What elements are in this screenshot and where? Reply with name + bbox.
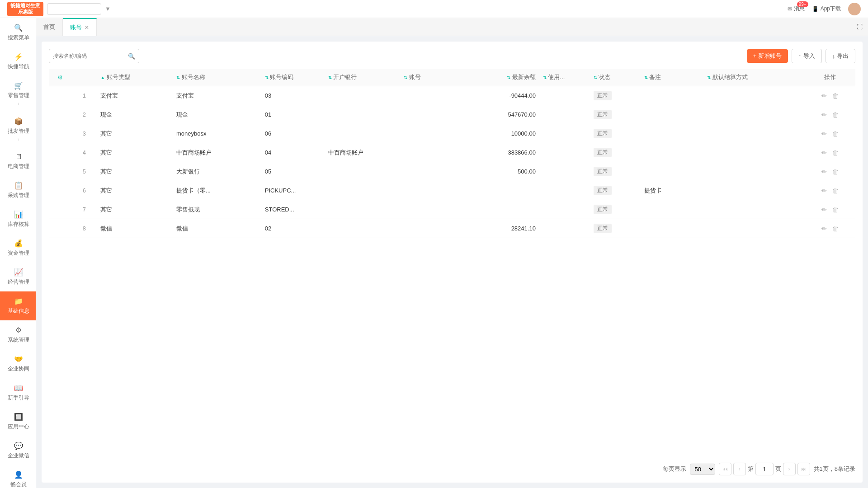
row-index: 5 [71,162,97,181]
row-operation: ✏ 🗑 [805,200,855,219]
edit-button[interactable]: ✏ [821,149,827,156]
topbar-search-input[interactable] [47,3,101,15]
toolbar-right: + 新增账号 ↑ 导入 ↓ 导出 [747,49,855,63]
sidebar-item-beginner-guide[interactable]: 📖 新手引导 [0,378,36,407]
row-code: 02 [261,219,325,238]
delete-button[interactable]: 🗑 [832,225,839,232]
logo-text: 畅捷通对生意 乐惠版 [10,3,40,14]
row-remark: 提货卡 [641,181,704,200]
edit-button[interactable]: ✏ [821,206,827,213]
edit-button[interactable]: ✏ [821,225,827,232]
row-remark [641,162,704,181]
gear-icon[interactable]: ⚙ [57,74,63,81]
col-header-name[interactable]: ⇅ 账号名称 [173,69,261,86]
col-header-account[interactable]: ⇅ 账号 [400,69,463,86]
import-button[interactable]: ↑ 导入 [792,49,822,63]
search-input[interactable] [49,53,124,59]
sidebar-item-label: 系统管理 [8,336,29,344]
col-header-code[interactable]: ⇅ 账号编码 [261,69,325,86]
delete-button[interactable]: 🗑 [832,92,839,99]
col-header-use[interactable]: ⇅ 使用... [539,69,590,86]
row-type: 其它 [97,200,173,219]
edit-button[interactable]: ✏ [821,92,827,99]
row-gear [49,181,71,200]
table-row: 1 支付宝 支付宝 03 -90444.00 正常 ✏ 🗑 [49,86,855,105]
row-default-settle [703,219,805,238]
col-header-status[interactable]: ⇅ 状态 [590,69,641,86]
col-header-default-settle[interactable]: ⇅ 默认结算方式 [703,69,805,86]
row-account [400,86,463,105]
export-button[interactable]: ↓ 导出 [826,49,856,63]
sidebar-item-label: 资金管理 [8,249,29,257]
sidebar-item-wholesale-mgmt[interactable]: 📦 批发管理 › [0,112,36,147]
row-default-settle [703,143,805,162]
tab-expand-button[interactable]: ⛶ [851,23,868,30]
edit-button[interactable]: ✏ [821,187,827,194]
sidebar-item-retail-mgmt[interactable]: 🛒 零售管理 › [0,76,36,112]
user-avatar[interactable] [848,3,861,15]
search-menu-icon: 🔍 [14,23,23,32]
edit-button[interactable]: ✏ [821,130,827,137]
col-header-balance[interactable]: ⇅ 最新余额 [463,69,539,86]
col-header-remark[interactable]: ⇅ 备注 [641,69,704,86]
sidebar-item-basic-info[interactable]: 📁 基础信息 [0,291,36,320]
delete-button[interactable]: 🗑 [832,149,839,156]
last-page-button[interactable]: ⏭ [797,463,810,475]
first-page-button[interactable]: ⏮ [719,463,731,475]
row-default-settle [703,162,805,181]
basic-info-icon: 📁 [14,297,23,305]
sort-icon: ⇅ [404,75,407,80]
topbar-dropdown-icon[interactable]: ▼ [105,5,111,12]
sidebar-item-operation-mgmt[interactable]: 📈 经营管理 [0,263,36,291]
sidebar-item-system-mgmt[interactable]: ⚙ 系统管理 [0,320,36,349]
delete-button[interactable]: 🗑 [832,206,839,213]
row-balance [463,181,539,200]
sidebar-item-purchase-mgmt[interactable]: 📋 采购管理 [0,176,36,205]
sidebar-item-member[interactable]: 👤 畅会员 [0,465,36,488]
sidebar-item-label: 搜索菜单 [8,34,29,42]
edit-button[interactable]: ✏ [821,168,827,175]
row-account [400,105,463,124]
sidebar-item-inventory[interactable]: 📊 库存核算 [0,205,36,234]
sidebar-item-enterprise-wechat[interactable]: 💬 企业微信 [0,436,36,465]
messages-button[interactable]: ✉ 消息 99+ [788,5,805,13]
app-download-button[interactable]: 📱 App下载 [812,5,841,13]
app-center-icon: 🔲 [14,413,23,421]
sidebar-item-label: 快捷导航 [8,63,29,70]
page-input[interactable] [755,463,774,475]
edit-button[interactable]: ✏ [821,111,827,118]
row-index: 7 [71,200,97,219]
col-header-type[interactable]: ▲ 账号类型 [97,69,173,86]
row-use [539,124,590,143]
import-icon: ↑ [798,53,802,60]
sidebar-item-label: 采购管理 [8,192,29,199]
delete-button[interactable]: 🗑 [832,111,839,118]
row-use [539,86,590,105]
table-row: 8 微信 微信 02 28241.10 正常 ✏ 🗑 [49,219,855,238]
sidebar-item-app-center[interactable]: 🔲 应用中心 [0,407,36,436]
add-account-button[interactable]: + 新增账号 [747,49,788,63]
table-row: 2 现金 现金 01 547670.00 正常 ✏ 🗑 [49,105,855,124]
prev-page-button[interactable]: ‹ [733,463,746,475]
tab-home[interactable]: 首页 [36,18,63,36]
sidebar-item-ecommerce-mgmt[interactable]: 🖥 电商管理 [0,147,36,176]
sidebar-item-label: 经营管理 [8,278,29,286]
sidebar-item-enterprise-agreement[interactable]: 🤝 企业协同 [0,349,36,378]
delete-button[interactable]: 🗑 [832,130,839,137]
delete-button[interactable]: 🗑 [832,187,839,194]
page-suffix: 页 [775,465,781,473]
col-header-bank[interactable]: ⇅ 开户银行 [325,69,401,86]
sidebar-item-quick-nav[interactable]: ⚡ 快捷导航 [0,47,36,76]
per-page-select[interactable]: 50 100 200 [690,464,715,475]
row-account [400,200,463,219]
search-icon[interactable]: 🔍 [124,53,139,60]
sort-icon: ⇅ [265,75,269,80]
delete-button[interactable]: 🗑 [832,168,839,175]
tab-close-button[interactable]: ✕ [85,24,89,31]
sort-icon: ⇅ [707,75,711,80]
next-page-button[interactable]: › [783,463,796,475]
row-balance: -90444.00 [463,86,539,105]
sidebar-item-search-menu[interactable]: 🔍 搜索菜单 [0,18,36,47]
sidebar-item-finance-mgmt[interactable]: 💰 资金管理 [0,234,36,263]
tab-account[interactable]: 账号 ✕ [63,18,97,36]
